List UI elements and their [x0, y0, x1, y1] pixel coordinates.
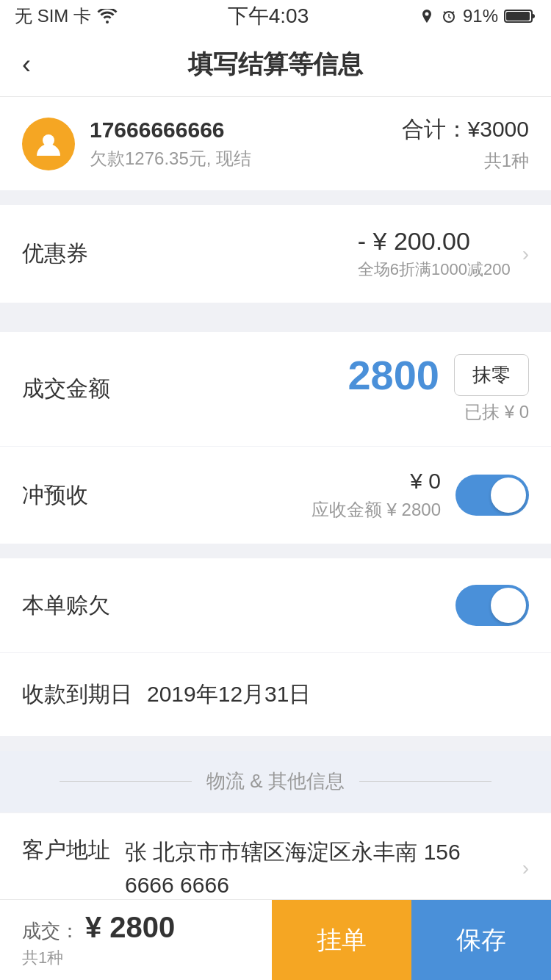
nav-bar: ‹ 填写结算等信息 [0, 32, 551, 97]
footer-deal-amount: ¥ 2800 [85, 911, 175, 944]
customer-debt: 欠款1276.35元, 现结 [90, 147, 251, 170]
address-chevron-icon: › [522, 857, 529, 880]
debit-label: 本单赊欠 [22, 591, 110, 621]
footer-deal-count: 共1种 [22, 947, 250, 969]
chongyu-amount: ¥ 0 [311, 469, 441, 494]
logistics-line-left [60, 781, 192, 782]
payment-due-row: 收款到期日 2019年12月31日 [0, 653, 551, 736]
chongyu-amount-col: ¥ 0 应收金额 ¥ 2800 [311, 469, 441, 522]
footer-deal-row: 成交： ¥ 2800 [22, 911, 250, 944]
round-button[interactable]: 抹零 [454, 354, 529, 396]
customer-left: 17666666666 欠款1276.35元, 现结 [22, 118, 251, 170]
address-value: 张 北京市市辖区海淀区永丰南 156 6666 6666 [125, 835, 515, 901]
back-button[interactable]: ‹ [22, 49, 66, 80]
footer-info: 成交： ¥ 2800 共1种 [0, 900, 272, 980]
coupon-discount: - ¥ 200.00 [358, 227, 511, 256]
avatar [22, 118, 75, 170]
transaction-row: 成交金额 2800 抹零 已抹 ¥ 0 [0, 332, 551, 447]
logistics-label: 物流 & 其他信息 [206, 768, 345, 794]
status-right: 91% [419, 6, 536, 26]
transaction-amount-row: 2800 抹零 [347, 354, 529, 396]
coupon-row[interactable]: 优惠券 - ¥ 200.00 全场6折满1000减200 › [0, 205, 551, 303]
coupon-description: 全场6折满1000减200 [358, 259, 511, 281]
pending-button[interactable]: 挂单 [272, 900, 411, 980]
chongyu-right: ¥ 0 应收金额 ¥ 2800 [311, 469, 529, 522]
logistics-line-right [359, 781, 491, 782]
location-icon [419, 8, 435, 24]
total-count: 共1种 [402, 149, 529, 173]
svg-rect-2 [506, 12, 530, 21]
transaction-right: 2800 抹零 已抹 ¥ 0 [347, 354, 529, 424]
page-title: 填写结算等信息 [188, 48, 363, 82]
transaction-amount: 2800 [347, 355, 439, 396]
payment-due-label: 收款到期日 [22, 680, 132, 710]
alarm-icon [441, 8, 457, 24]
footer-deal-label: 成交： [22, 918, 79, 944]
save-button[interactable]: 保存 [411, 900, 551, 980]
logistics-divider: 物流 & 其他信息 [0, 751, 551, 812]
chongyu-label: 冲预收 [22, 480, 88, 511]
section-divider-1 [0, 317, 551, 332]
chongyu-toggle[interactable] [455, 475, 529, 516]
total-amount: 合计：¥3000 [402, 115, 529, 145]
customer-info: 17666666666 欠款1276.35元, 现结 [90, 118, 251, 170]
customer-card: 17666666666 欠款1276.35元, 现结 合计：¥3000 共1种 [0, 97, 551, 190]
payment-due-value: 2019年12月31日 [147, 680, 311, 710]
chevron-right-icon: › [522, 242, 529, 266]
status-time: 下午4:03 [228, 2, 309, 30]
form-section-1: 成交金额 2800 抹零 已抹 ¥ 0 冲预收 ¥ 0 应收金额 ¥ 2800 [0, 332, 551, 544]
status-bar: 无 SIM 卡 下午4:03 91% [0, 0, 551, 32]
chongyu-sub: 应收金额 ¥ 2800 [311, 498, 441, 522]
footer: 成交： ¥ 2800 共1种 挂单 保存 [0, 899, 551, 980]
chongyu-row: 冲预收 ¥ 0 应收金额 ¥ 2800 [0, 447, 551, 544]
user-icon [34, 129, 63, 159]
transaction-sub: 已抹 ¥ 0 [347, 400, 529, 424]
address-label: 客户地址 [22, 835, 125, 865]
sim-label: 无 SIM 卡 [15, 4, 91, 28]
wifi-icon [97, 9, 118, 24]
customer-right: 合计：¥3000 共1种 [402, 115, 529, 173]
battery-label: 91% [463, 6, 498, 26]
main-content: 17666666666 欠款1276.35元, 现结 合计：¥3000 共1种 … [0, 97, 551, 980]
debit-toggle[interactable] [455, 585, 529, 626]
coupon-right: - ¥ 200.00 全场6折满1000减200 › [358, 227, 529, 281]
customer-phone: 17666666666 [90, 118, 251, 143]
debit-row: 本单赊欠 [0, 558, 551, 653]
coupon-right-col: - ¥ 200.00 全场6折满1000减200 [358, 227, 511, 281]
battery-icon [504, 8, 536, 24]
coupon-label: 优惠券 [22, 239, 88, 269]
status-left: 无 SIM 卡 [15, 4, 118, 28]
transaction-label: 成交金额 [22, 374, 110, 404]
section-divider-2 [0, 544, 551, 558]
